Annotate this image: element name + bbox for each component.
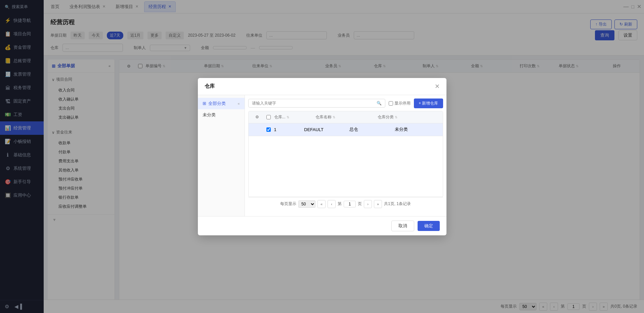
modal-search-box: 🔍	[248, 99, 386, 108]
show-disabled-group: 显示停用	[389, 101, 411, 106]
modal-last-page[interactable]: »	[374, 200, 382, 208]
modal-category-uncategorized[interactable]: 未分类	[198, 109, 245, 121]
row-code: DEFAULT	[304, 127, 349, 132]
modal-page-label: 页	[358, 201, 362, 207]
modal-main-content: 🔍 显示停用 + 新增仓库 ⚙	[245, 95, 446, 216]
modal-footer: 取消 确定	[198, 216, 446, 235]
modal-toolbar: 🔍 显示停用 + 新增仓库	[248, 99, 443, 108]
modal-table-row[interactable]: 1 DEFAULT 总仓 未分类	[249, 123, 443, 136]
table-empty-space	[249, 136, 443, 197]
modal-th-category[interactable]: 仓库分类 ⇅	[378, 114, 440, 120]
modal-pagination: 每页显示 50 100 « ‹ 第 页 › » 共1页, 1条记录	[248, 197, 443, 211]
modal-sort-cat: ⇅	[395, 115, 397, 119]
uncategorized-label: 未分类	[203, 112, 216, 118]
modal-overlay: 仓库 ✕ ⊞ 全部分类 « 未分类	[0, 0, 644, 313]
sidebar-collapse-icon[interactable]: «	[238, 102, 240, 106]
modal-table-header: ⚙ 仓库... ⇅ 仓库名称 ⇅	[249, 111, 443, 123]
show-disabled-label: 显示停用	[394, 101, 411, 106]
warehouse-modal: 仓库 ✕ ⊞ 全部分类 « 未分类	[198, 78, 446, 235]
modal-th-id[interactable]: 仓库... ⇅	[274, 114, 316, 120]
modal-page-word: 第	[338, 201, 342, 207]
modal-sort-id: ⇅	[287, 115, 289, 119]
modal-th-settings[interactable]: ⚙	[251, 115, 263, 119]
modal-category-all[interactable]: ⊞ 全部分类 «	[198, 98, 245, 109]
add-warehouse-label: + 新增仓库	[419, 101, 438, 106]
category-grid-icon: ⊞	[203, 101, 206, 106]
row-name: 总仓	[349, 126, 395, 132]
modal-per-page-select[interactable]: 50 100	[298, 200, 315, 208]
modal-sort-name: ⇅	[333, 115, 335, 119]
modal-body: ⊞ 全部分类 « 未分类 🔍 显示停用	[198, 95, 446, 216]
modal-th-check[interactable]	[263, 115, 274, 119]
modal-search-icon: 🔍	[377, 101, 382, 106]
modal-table: ⚙ 仓库... ⇅ 仓库名称 ⇅	[248, 111, 443, 197]
modal-select-all[interactable]	[266, 115, 271, 119]
modal-page-input[interactable]	[344, 201, 356, 207]
modal-confirm-button[interactable]: 确定	[418, 221, 440, 231]
modal-per-page-label: 每页显示	[280, 201, 296, 207]
add-warehouse-button[interactable]: + 新增仓库	[414, 99, 443, 108]
row-check[interactable]	[263, 127, 274, 132]
modal-first-page[interactable]: «	[317, 200, 326, 208]
modal-prev-page[interactable]: ‹	[328, 200, 336, 208]
modal-title: 仓库	[205, 83, 215, 89]
show-disabled-checkbox[interactable]	[389, 101, 393, 106]
modal-cancel-button[interactable]: 取消	[391, 221, 414, 231]
modal-th-name[interactable]: 仓库名称 ⇅	[315, 114, 378, 120]
row-category: 未分类	[395, 126, 440, 132]
modal-header: 仓库 ✕	[198, 78, 446, 95]
all-category-label: 全部分类	[208, 101, 226, 107]
modal-search-input[interactable]	[252, 101, 375, 106]
modal-category-sidebar: ⊞ 全部分类 « 未分类	[198, 95, 245, 216]
modal-next-page[interactable]: ›	[364, 200, 372, 208]
row-checkbox[interactable]	[266, 127, 271, 132]
modal-total: 共1页, 1条记录	[384, 201, 411, 207]
row-id: 1	[274, 127, 304, 132]
modal-close-button[interactable]: ✕	[435, 83, 440, 90]
